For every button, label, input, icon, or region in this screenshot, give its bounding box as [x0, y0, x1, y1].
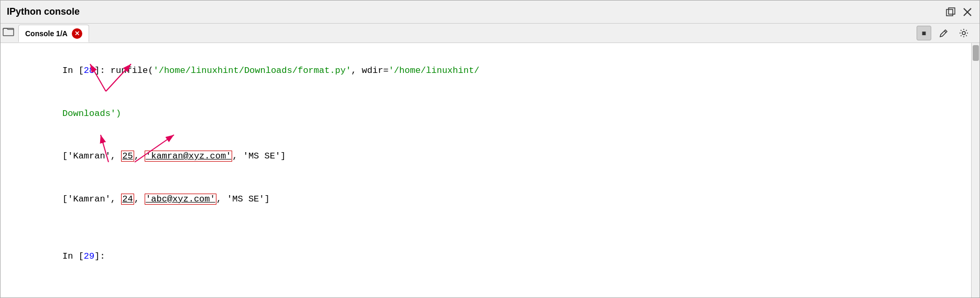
tab-label: Console 1/A: [25, 29, 68, 38]
settings-button[interactable]: [956, 26, 971, 40]
prompt-num-28: 28: [84, 66, 94, 76]
svg-point-6: [962, 31, 965, 35]
wdir-arg-1: '/home/linuxhint/: [388, 66, 479, 76]
runfile-fn: runfile(: [111, 66, 154, 76]
output-line-4: ['Kamran', 24, 'abc@xyz.com', 'MS SE']: [9, 178, 963, 221]
pencil-icon: [939, 28, 949, 38]
ipython-console-window: IPython console: [0, 0, 980, 298]
title-bar-right: [945, 6, 973, 18]
console-body: In [28]: runfile('/home/linuxhint/Downlo…: [1, 43, 979, 297]
restore-icon: [945, 7, 956, 17]
output-line-6: In [29]:: [9, 235, 963, 278]
code-block: In [28]: runfile('/home/linuxhint/Downlo…: [9, 49, 963, 278]
email-2: 'abc@xyz.com': [145, 194, 216, 205]
scrollbar-thumb[interactable]: [973, 45, 979, 61]
svg-rect-1: [949, 8, 955, 14]
email-1: 'kamran@xyz.com': [145, 151, 232, 162]
prompt-in: In [: [62, 66, 84, 76]
edit-button[interactable]: [937, 26, 951, 40]
output-line-2: Downloads'): [9, 92, 963, 135]
num-24: 24: [121, 194, 134, 205]
stop-icon: ■: [922, 29, 926, 37]
console-tab[interactable]: Console 1/A ✕: [18, 25, 89, 42]
comma-wdir: , wdir=: [351, 66, 388, 76]
output-line-3: ['Kamran', 25, 'kamran@xyz.com', 'MS SE'…: [9, 135, 963, 178]
window-title: IPython console: [7, 6, 80, 17]
folder-icon: [3, 26, 14, 37]
prompt-bracket: ]:: [94, 66, 111, 76]
tab-close-icon: ✕: [74, 30, 80, 37]
svg-line-5: [944, 31, 946, 33]
title-bar-left: IPython console: [7, 6, 80, 17]
restore-button[interactable]: [945, 6, 956, 18]
comma-2: ,: [134, 151, 145, 161]
rest-2: , 'MS SE']: [216, 194, 270, 204]
num-25: 25: [121, 151, 134, 162]
comma-3: ,: [134, 194, 145, 204]
close-button[interactable]: [962, 6, 973, 18]
prompt-num-29: 29: [84, 251, 94, 261]
console-output[interactable]: In [28]: runfile('/home/linuxhint/Downlo…: [1, 43, 971, 297]
bracket-open-2: ['Kamran',: [62, 194, 121, 204]
tab-close-button[interactable]: ✕: [72, 28, 82, 39]
close-paren-str: '): [111, 109, 121, 119]
vertical-scrollbar[interactable]: [971, 43, 979, 297]
new-tab-button[interactable]: [1, 24, 16, 39]
close-icon: [962, 7, 973, 17]
path-arg: '/home/linuxhint/Downloads/format.py': [153, 66, 351, 76]
gear-icon: [959, 28, 969, 38]
bracket-open-1: ['Kamran',: [62, 151, 121, 161]
prompt-bracket-29: ]:: [94, 251, 105, 261]
stop-button[interactable]: ■: [917, 26, 931, 40]
downloads-text: Downloads: [62, 109, 111, 119]
prompt-in-29: In [: [62, 251, 84, 261]
title-bar: IPython console: [1, 1, 979, 24]
output-line-1: In [28]: runfile('/home/linuxhint/Downlo…: [9, 49, 963, 92]
svg-rect-0: [946, 9, 953, 16]
rest-1: , 'MS SE']: [232, 151, 286, 161]
output-line-5: [9, 220, 963, 235]
